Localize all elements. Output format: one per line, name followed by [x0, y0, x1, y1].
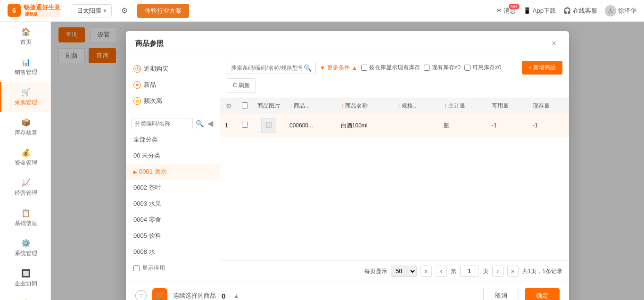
- left-nav-frequent-label: 频次高: [144, 97, 162, 105]
- sidebar-item-finance[interactable]: 💰 资金管理: [0, 142, 50, 173]
- store-selector[interactable]: 日太阳膜 ▾: [72, 4, 112, 17]
- recent-icon: 🕐: [133, 65, 141, 73]
- cancel-btn[interactable]: 取消: [483, 288, 519, 300]
- category-search-icon[interactable]: 🔍: [196, 120, 204, 127]
- th-available: 可用量: [487, 98, 528, 114]
- usable-checkbox[interactable]: [464, 65, 471, 71]
- filter-btn[interactable]: ▼ 更多条件 ▲: [320, 64, 357, 72]
- per-page-select[interactable]: 20 50 100 200: [391, 266, 417, 277]
- left-nav-new[interactable]: ★ 新品: [126, 77, 220, 93]
- sidebar-item-label: 企业协同: [15, 280, 37, 288]
- collapse-btn[interactable]: ◀: [204, 117, 217, 130]
- category-arrow-icon: ▶: [133, 169, 137, 175]
- category-fruit[interactable]: 0003 水果: [126, 196, 220, 212]
- online-service-label: 在线客服: [573, 7, 597, 15]
- sidebar-item-system[interactable]: ⚙️ 系统管理: [0, 233, 50, 263]
- category-snacks[interactable]: 0004 零食: [126, 212, 220, 228]
- table-row[interactable]: 1 🖼: [220, 114, 569, 137]
- product-search-input[interactable]: [231, 65, 302, 71]
- pagination-bar: 每页显示 20 50 100 200 « ‹ 第 页: [220, 260, 569, 282]
- category-all[interactable]: 全部分类: [126, 132, 220, 148]
- show-disabled-checkbox[interactable]: [133, 265, 140, 271]
- show-disabled: 显示停用: [126, 259, 220, 277]
- help-btn[interactable]: ?: [135, 290, 147, 300]
- category-label: 0005 饮料: [133, 232, 161, 240]
- available-checkbox-label[interactable]: 现有库存≠0: [424, 64, 461, 72]
- page-suffix: 页: [483, 267, 488, 275]
- category-search: 🔍: [132, 118, 204, 129]
- messages-btn[interactable]: ✉ 消息 99+: [496, 7, 516, 15]
- sidebar-item-label: 采购管理: [15, 99, 37, 107]
- prev-page-btn[interactable]: ‹: [436, 266, 447, 277]
- experience-btn[interactable]: 体验行业方案: [137, 4, 189, 18]
- sidebar-item-sales[interactable]: 📊 销售管理: [0, 52, 50, 82]
- sidebar-item-inventory[interactable]: 📦 库存核算: [0, 112, 50, 142]
- warehouse-checkbox-label[interactable]: 按仓库显示现有库存: [361, 64, 420, 72]
- total-label: 共1页，1条记录: [522, 267, 562, 275]
- row-name: 白酒100ml: [336, 114, 393, 137]
- category-tea[interactable]: 0002 茶叶: [126, 180, 220, 196]
- select-all-checkbox[interactable]: [242, 102, 248, 108]
- modal-close-btn[interactable]: ×: [548, 38, 560, 49]
- row-unit: 瓶: [439, 114, 487, 137]
- message-icon: ✉: [496, 7, 502, 14]
- phone-icon: 📱: [523, 7, 531, 14]
- row-index: 1: [220, 114, 237, 137]
- left-nav-frequent[interactable]: ⭐ 频次高: [126, 93, 220, 109]
- row-checkbox[interactable]: [242, 122, 248, 128]
- left-nav-recent[interactable]: 🕐 近期购买: [126, 61, 220, 77]
- cart-btn[interactable]: 🛒: [152, 288, 167, 300]
- app-download-btn[interactable]: 📱 App下载: [523, 7, 556, 15]
- page-number-input[interactable]: [460, 266, 479, 277]
- chevron-up-icon[interactable]: ▲: [233, 292, 239, 300]
- show-disabled-label[interactable]: 显示停用: [142, 264, 165, 272]
- category-water[interactable]: 0008 水: [126, 244, 220, 259]
- first-page-btn[interactable]: «: [421, 266, 432, 277]
- sidebar: 🏠 首页 📊 销售管理 🛒 采购管理 📦 库存核算 💰 资金管理 📈 经营管理 …: [0, 22, 51, 300]
- purchase-icon: 🛒: [21, 88, 31, 97]
- sidebar-item-enterprise[interactable]: 🔲 企业协同: [0, 263, 50, 293]
- refresh-btn[interactable]: C 刷新: [227, 78, 256, 93]
- sidebar-item-label: 基础信息: [15, 219, 37, 227]
- category-unclassified[interactable]: 00 未分类: [126, 148, 220, 164]
- category-liquor[interactable]: ▶ 0001 酒水: [126, 164, 220, 180]
- next-page-btn[interactable]: ›: [492, 266, 504, 277]
- left-panel: 🕐 近期购买 ★ 新品 ⭐ 频次高: [126, 56, 220, 282]
- basic-info-icon: 📋: [21, 208, 31, 217]
- sidebar-item-basic-info[interactable]: 📋 基础信息: [0, 203, 50, 233]
- sort-icon: ↕: [289, 102, 292, 109]
- topbar: 6 畅捷通好生意 捷易版 日太阳膜 ▾ ⚙ 体验行业方案 ✉ 消息 99+ 📱 …: [0, 0, 644, 22]
- usable-checkbox-text: 可用库存≠0: [472, 64, 501, 72]
- th-product-code: ↕ 商品...: [285, 98, 336, 114]
- usable-checkbox-label[interactable]: 可用库存≠0: [464, 64, 501, 72]
- sidebar-item-operations[interactable]: 📈 经营管理: [0, 173, 50, 203]
- finance-icon: 💰: [21, 148, 31, 157]
- table-header-row: ⚙ 商品图片: [220, 98, 569, 114]
- table-settings-icon[interactable]: ⚙: [226, 102, 232, 110]
- confirm-btn[interactable]: 确定: [525, 288, 560, 300]
- cart-count: 0: [222, 292, 225, 300]
- category-search-input[interactable]: [132, 118, 193, 129]
- sidebar-item-home[interactable]: 🏠 首页: [0, 22, 50, 52]
- search-icon[interactable]: 🔍: [304, 64, 312, 72]
- user-avatar[interactable]: 人 徐泽华: [605, 5, 636, 17]
- warehouse-checkbox[interactable]: [361, 65, 367, 71]
- filter-up-icon: ▲: [352, 65, 357, 71]
- available-checkbox[interactable]: [424, 65, 430, 71]
- left-nav-new-label: 新品: [144, 81, 156, 89]
- add-product-btn[interactable]: + 新增商品: [522, 61, 562, 75]
- app-logo: 6 畅捷通好生意 捷易版: [8, 4, 60, 17]
- sidebar-item-purchase[interactable]: 🛒 采购管理: [0, 82, 50, 112]
- online-service-btn[interactable]: 🎧 在线客服: [563, 7, 597, 15]
- right-toolbar: 🔍 ▼ 更多条件 ▲ 按仓库显示现有库存: [220, 56, 569, 98]
- category-label: 0002 茶叶: [133, 183, 161, 192]
- new-icon: ★: [133, 81, 141, 89]
- category-label: 00 未分类: [133, 151, 160, 160]
- gear-icon[interactable]: ⚙: [117, 4, 132, 18]
- left-nav-recent-label: 近期购买: [144, 65, 168, 73]
- th-settings: ⚙: [220, 98, 237, 114]
- topbar-right: ✉ 消息 99+ 📱 App下载 🎧 在线客服 人 徐泽华: [496, 5, 636, 17]
- category-beverages[interactable]: 0005 饮料: [126, 228, 220, 244]
- sidebar-item-guide[interactable]: 🔔 新手引导: [0, 293, 50, 300]
- last-page-btn[interactable]: »: [507, 266, 519, 277]
